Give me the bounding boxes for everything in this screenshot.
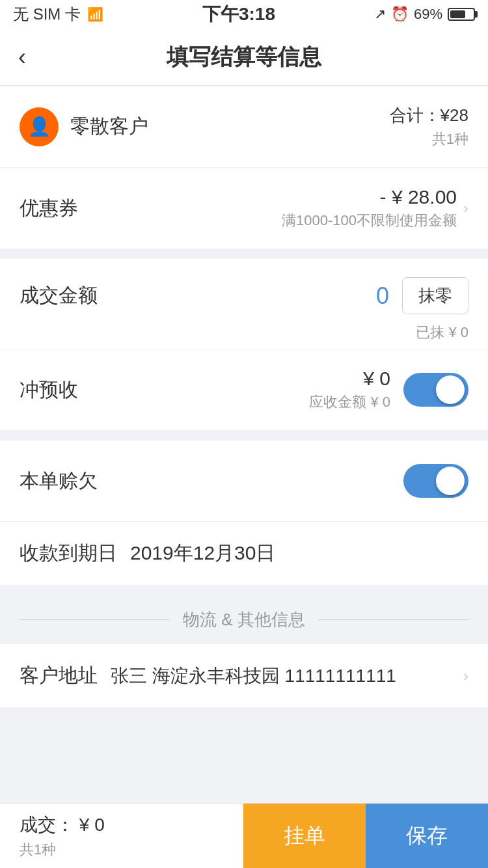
round-zero-button[interactable]: 抹零 xyxy=(402,277,468,314)
battery-bar xyxy=(448,8,475,21)
bottom-bar: 成交： ¥ 0 共1种 挂单 保存 xyxy=(0,803,488,868)
already-rounded: 已抹 ¥ 0 xyxy=(416,324,468,340)
avatar: 👤 xyxy=(20,107,59,146)
chevron-right-icon: › xyxy=(463,199,468,217)
amount-value[interactable]: 0 xyxy=(376,282,389,310)
customer-name: 零散客户 xyxy=(70,113,148,140)
coupon-row[interactable]: 优惠券 - ¥ 28.00 满1000-100不限制使用金额 › xyxy=(0,167,488,249)
bottom-deal-row: 成交： ¥ 0 xyxy=(20,813,224,837)
bottom-summary: 成交： ¥ 0 共1种 xyxy=(0,813,243,860)
prepay-sub: 应收金额 ¥ 0 xyxy=(309,392,390,412)
address-row[interactable]: 客户地址 张三 海淀永丰科技园 11111111111 › xyxy=(0,644,488,707)
logistics-header: 物流 & 其他信息 xyxy=(0,595,488,644)
save-button[interactable]: 保存 xyxy=(366,804,488,869)
prepay-label: 冲预收 xyxy=(20,377,78,403)
customer-row: 👤 零散客户 合计：¥28 共1种 xyxy=(0,86,488,167)
total-count: 共1种 xyxy=(390,129,468,149)
due-date-label: 收款到期日 xyxy=(20,540,117,567)
status-left: 无 SIM 卡 📶 xyxy=(13,4,103,25)
debt-section: 本单赊欠 收款到期日 2019年12月30日 xyxy=(0,441,488,585)
address-chevron-icon: › xyxy=(463,667,468,685)
address-value: 张三 海淀永丰科技园 11111111111 xyxy=(111,664,463,688)
status-right: ↗ ⏰ 69% xyxy=(374,6,475,23)
logistics-line-right xyxy=(318,619,468,620)
due-date-value: 2019年12月30日 xyxy=(130,540,275,567)
customer-right: 合计：¥28 共1种 xyxy=(390,104,468,149)
debt-label: 本单赊欠 xyxy=(20,468,98,495)
logistics-line-left xyxy=(20,619,170,620)
due-date-row: 收款到期日 2019年12月30日 xyxy=(0,521,488,585)
battery-percent: 69% xyxy=(414,6,442,23)
address-section: 客户地址 张三 海淀永丰科技园 11111111111 › xyxy=(0,644,488,707)
amount-row: 成交金额 0 抹零 xyxy=(20,277,468,314)
status-time: 下午3:18 xyxy=(202,2,275,27)
hang-button[interactable]: 挂单 xyxy=(243,804,366,869)
prepay-right: ¥ 0 应收金额 ¥ 0 xyxy=(309,368,468,412)
debt-row: 本单赊欠 xyxy=(0,441,488,521)
location-icon: ↗ xyxy=(374,6,386,23)
debt-toggle-knob xyxy=(436,467,465,495)
alarm-icon: ⏰ xyxy=(391,6,409,23)
status-bar: 无 SIM 卡 📶 下午3:18 ↗ ⏰ 69% xyxy=(0,0,488,29)
battery-fill xyxy=(450,10,465,18)
back-button[interactable]: ‹ xyxy=(18,44,26,71)
bottom-count: 共1种 xyxy=(20,840,224,860)
amount-label: 成交金额 xyxy=(20,282,98,309)
nav-bar: ‹ 填写结算等信息 xyxy=(0,29,488,86)
carrier-label: 无 SIM 卡 xyxy=(13,4,81,25)
page-title: 填写结算等信息 xyxy=(167,42,321,72)
customer-section: 👤 零散客户 合计：¥28 共1种 优惠券 - ¥ 28.00 满1000-10… xyxy=(0,86,488,249)
coupon-sub: 满1000-100不限制使用金额 xyxy=(282,211,457,230)
prepay-values: ¥ 0 应收金额 ¥ 0 xyxy=(309,368,390,412)
bottom-deal-label: 成交： xyxy=(20,815,74,835)
person-icon: 👤 xyxy=(28,116,51,137)
prepay-amount: ¥ 0 xyxy=(309,368,390,390)
total-label: 合计：¥28 xyxy=(390,104,468,127)
bottom-deal-value: ¥ 0 xyxy=(79,815,105,835)
debt-toggle[interactable] xyxy=(403,464,468,498)
amount-right: 0 抹零 xyxy=(376,277,468,314)
customer-left: 👤 零散客户 xyxy=(20,107,148,146)
toggle-knob xyxy=(436,375,465,404)
coupon-discount: - ¥ 28.00 xyxy=(282,186,457,208)
address-label: 客户地址 xyxy=(20,662,98,689)
prepay-toggle[interactable] xyxy=(403,373,468,407)
wifi-icon: 📶 xyxy=(87,7,103,22)
amount-section: 成交金额 0 抹零 已抹 ¥ 0 冲预收 ¥ 0 应收金额 ¥ 0 xyxy=(0,259,488,430)
prepay-row: 冲预收 ¥ 0 应收金额 ¥ 0 xyxy=(0,349,488,430)
logistics-label: 物流 & 其他信息 xyxy=(183,608,305,631)
coupon-right: - ¥ 28.00 满1000-100不限制使用金额 › xyxy=(282,186,468,230)
coupon-label: 优惠券 xyxy=(20,195,78,222)
